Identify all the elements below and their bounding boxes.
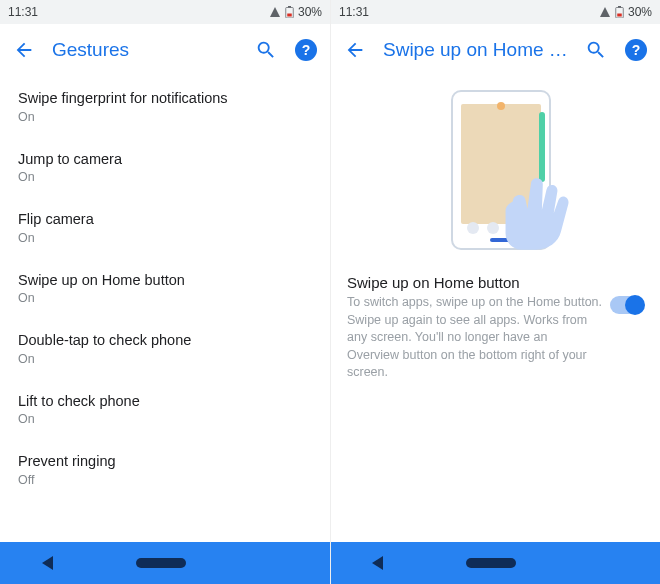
nav-bar	[0, 542, 330, 584]
help-button[interactable]: ?	[294, 38, 318, 62]
item-status: On	[18, 231, 312, 245]
item-status: On	[18, 110, 312, 124]
item-label: Swipe fingerprint for notifications	[18, 89, 312, 109]
item-label: Lift to check phone	[18, 392, 312, 412]
svg-rect-1	[287, 14, 292, 17]
status-right: 30%	[269, 5, 322, 19]
item-label: Double-tap to check phone	[18, 331, 312, 351]
signal-icon	[599, 6, 611, 18]
arrow-back-icon	[13, 39, 35, 61]
gestures-list: Swipe fingerprint for notificationsOn Ju…	[0, 76, 330, 542]
status-bar: 11:31 30%	[0, 0, 330, 24]
setting-title: Swipe up on Home button	[347, 274, 602, 291]
help-icon: ?	[295, 39, 317, 61]
screen-gestures: 11:31 30% Gestures ? Swipe fingerprint f…	[0, 0, 330, 584]
setting-description: To switch apps, swipe up on the Home but…	[347, 294, 602, 382]
list-item[interactable]: Prevent ringingOff	[0, 439, 330, 500]
search-icon	[255, 39, 277, 61]
status-battery: 30%	[628, 5, 652, 19]
app-bar: Swipe up on Home butt… ?	[331, 24, 660, 76]
app-bar: Gestures ?	[0, 24, 330, 76]
back-button[interactable]	[343, 38, 367, 62]
svg-rect-4	[617, 14, 622, 17]
list-item[interactable]: Flip cameraOn	[0, 197, 330, 258]
search-button[interactable]	[254, 38, 278, 62]
item-status: On	[18, 412, 312, 426]
item-label: Prevent ringing	[18, 452, 312, 472]
svg-rect-2	[288, 6, 291, 8]
battery-icon	[285, 6, 294, 18]
status-battery: 30%	[298, 5, 322, 19]
signal-icon	[269, 6, 281, 18]
help-button[interactable]: ?	[624, 38, 648, 62]
item-status: Off	[18, 473, 312, 487]
nav-back-icon[interactable]	[42, 556, 53, 570]
nav-home-pill[interactable]	[136, 558, 186, 568]
item-label: Flip camera	[18, 210, 312, 230]
list-item[interactable]: Double-tap to check phoneOn	[0, 318, 330, 379]
search-button[interactable]	[584, 38, 608, 62]
help-icon: ?	[625, 39, 647, 61]
toggle-switch[interactable]	[610, 296, 644, 314]
page-title: Swipe up on Home butt…	[383, 39, 568, 61]
nav-back-icon[interactable]	[372, 556, 383, 570]
item-label: Swipe up on Home button	[18, 271, 312, 291]
item-status: On	[18, 170, 312, 184]
status-time: 11:31	[339, 5, 369, 19]
list-item[interactable]: Swipe up on Home buttonOn	[0, 258, 330, 319]
list-item[interactable]: Swipe fingerprint for notificationsOn	[0, 76, 330, 137]
arrow-back-icon	[344, 39, 366, 61]
nav-bar	[331, 542, 660, 584]
list-item[interactable]: Jump to cameraOn	[0, 137, 330, 198]
nav-home-pill[interactable]	[466, 558, 516, 568]
page-title: Gestures	[52, 39, 238, 61]
status-bar: 11:31 30%	[331, 0, 660, 24]
illustration	[331, 76, 660, 266]
item-status: On	[18, 352, 312, 366]
search-icon	[585, 39, 607, 61]
svg-rect-5	[618, 6, 621, 8]
list-item[interactable]: Lift to check phoneOn	[0, 379, 330, 440]
status-time: 11:31	[8, 5, 38, 19]
battery-icon	[615, 6, 624, 18]
status-right: 30%	[599, 5, 652, 19]
setting-row: Swipe up on Home button To switch apps, …	[331, 266, 660, 382]
item-status: On	[18, 291, 312, 305]
screen-swipe-up: 11:31 30% Swipe up on Home butt… ?	[330, 0, 660, 584]
item-label: Jump to camera	[18, 150, 312, 170]
hand-icon	[476, 156, 586, 256]
back-button[interactable]	[12, 38, 36, 62]
